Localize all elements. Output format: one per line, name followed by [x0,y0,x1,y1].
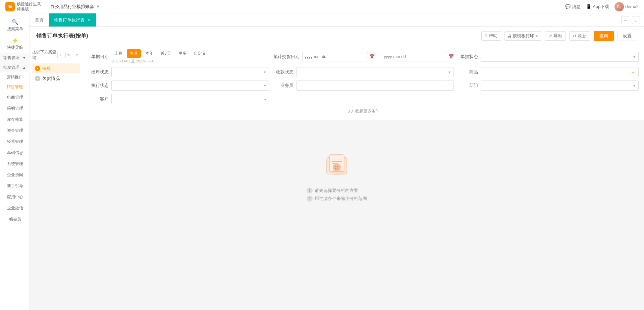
scheme-panel-actions: + ✎ « [57,52,80,58]
sidebar-item-purchase[interactable]: 采购管理 [0,103,29,114]
scheme-item-label: 按单 [42,65,51,71]
scheme-header-label: 按以下方案查询 [32,49,57,61]
sidebar-item-wholesale[interactable]: 批发管理 ▲ [0,63,29,72]
sidebar-item-inventory[interactable]: 库存核算 [0,114,29,125]
scheme-edit-icon[interactable]: ✎ [65,52,72,58]
content-area: 首页 销售订单执行表 × ─ □ 销售订单执行表(按单) ? 帮助 [30,13,644,310]
sidebar-item-enterprise[interactable]: 企业协同 [0,169,29,180]
filter-field-outbound-status: 出库状态 ▼ [89,67,269,77]
svg-point-6 [333,163,341,171]
customer-input[interactable]: ··· [111,94,269,104]
sidebar-item-system[interactable]: 系统管理 [0,158,29,169]
tab-maximize-button[interactable]: □ [632,16,640,24]
print-template-button[interactable]: 🖨 按模板打印 ▼ [504,31,541,41]
calendar-from-icon[interactable]: 📅 [369,54,375,59]
exec-status-select-wrap: ▼ [111,81,269,91]
sidebar-item-wechat[interactable]: 企业微信 [0,203,29,214]
scheme-collapse-icon[interactable]: « [73,52,80,58]
system-label: 系统管理 [7,161,23,167]
top-bar-left: 畅 畅捷通好生意 标准版 办公用品行业模拟账套 ▼ [5,2,100,11]
delivery-date-to[interactable] [382,52,447,61]
collapse-filter-button[interactable]: ∧∧ 收起更多条件 [348,108,379,114]
help-button[interactable]: ? 帮助 [481,31,501,41]
tip-text-2: 用过滤条件来缩小分析范围 [315,196,367,202]
page-actions: ? 帮助 🖨 按模板打印 ▼ ↗ 导出 ↺ 刷新 [481,31,637,41]
message-button[interactable]: 💬 消息 [565,4,581,10]
help-label: 帮助 [489,33,497,39]
filter-row-1: 单据日期 上月 本月 本年 近7天 更多 自定义 20 [89,49,639,64]
date-tab-lastmonth[interactable]: 上月 [111,49,125,58]
message-icon: 💬 [565,4,571,9]
sidebar-item-operations[interactable]: 经营管理 [0,136,29,147]
filter-field-exec-status: 执行状态 ▼ [89,81,269,91]
newbie-label: 新手引导 [7,183,23,189]
query-button[interactable]: 查询 [594,31,614,41]
exec-status-select[interactable] [111,81,269,91]
filter-right: 单据日期 上月 本月 本年 近7天 更多 自定义 20 [83,45,644,120]
date-tab-thisyear[interactable]: 本年 [142,49,156,58]
department-arrow-icon: ▼ [633,84,636,88]
calendar-to-icon[interactable]: 📅 [448,54,454,59]
quicknav-icon: ⚡ [12,37,18,44]
goods-input[interactable]: ··· [481,67,639,77]
goods-dots-icon: ··· [632,69,636,75]
tab-home[interactable]: 首页 [30,13,49,27]
sidebar-item-search[interactable]: 🔍 搜索菜单 [0,16,29,35]
goods-label: 商品 [458,69,478,75]
scheme-item-by-order[interactable]: ● 按单 [32,63,80,73]
expand-icon: ▼ [22,56,26,60]
tab-sales-order[interactable]: 销售订单执行表 × [49,13,96,27]
exec-status-label: 执行状态 [89,83,109,89]
date-tab-thismonth[interactable]: 本月 [127,49,141,58]
export-button[interactable]: ↗ 导出 [545,31,566,41]
sidebar-item-marketing[interactable]: 营销推广 [0,72,29,82]
sidebar-item-basic[interactable]: 基础信息 [0,147,29,158]
filter-collapse-row: ∧∧ 收起更多条件 [89,106,639,116]
main-layout: 🔍 搜索菜单 ⚡ 快捷导航 零售管理 ▼ 批发管理 ▲ 营销推广 销售管理 电商… [0,13,644,310]
payment-status-select[interactable] [296,67,454,77]
sidebar-item-finance[interactable]: 资金管理 [0,125,29,136]
customer-dots-icon: ··· [262,96,266,102]
date-tab-last7days[interactable]: 近7天 [158,49,174,58]
svg-point-7 [335,166,336,167]
breadcrumb-text: 办公用品行业模拟账套 [50,4,94,10]
basic-label: 基础信息 [7,150,23,156]
print-arrow-icon: ▼ [535,34,538,38]
tab-minimize-button[interactable]: ─ [621,16,629,24]
sidebar-item-newbie[interactable]: 新手引导 [0,180,29,192]
refresh-button[interactable]: ↺ 刷新 [569,31,590,41]
filter-field-bill-date: 单据日期 上月 本月 本年 近7天 更多 自定义 20 [89,49,269,64]
inventory-label: 库存核算 [7,117,23,122]
settings-button[interactable]: 设置 [617,31,637,41]
payment-status-select-wrap: ▼ [296,67,454,77]
outbound-status-select[interactable] [111,67,269,77]
bill-status-select[interactable] [481,52,639,62]
sidebar-item-quicknav[interactable]: ⚡ 快捷导航 [0,35,29,53]
date-tab-more[interactable]: 更多 [175,49,190,58]
scheme-add-icon[interactable]: + [57,52,64,58]
tab-close-icon[interactable]: × [87,18,91,22]
breadcrumb-arrow[interactable]: ▼ [96,4,100,9]
sidebar: 🔍 搜索菜单 ⚡ 快捷导航 零售管理 ▼ 批发管理 ▲ 营销推广 销售管理 电商… [0,13,30,310]
sidebar-item-retail[interactable]: 零售管理 ▼ [0,53,29,63]
scheme-item-shortage[interactable]: ● 欠货情况 [32,73,80,84]
operations-label: 经营管理 [7,139,23,145]
app-download-button[interactable]: 📱 App下载 [586,4,609,10]
sidebar-item-sales[interactable]: 销售管理 [0,82,29,92]
user-area[interactable]: Ea demo2 [614,2,639,11]
sidebar-item-apps[interactable]: 应用中心 [0,192,29,203]
tip-text-1: 请先选择要分析的方案 [315,188,358,194]
bill-status-arrow-icon: ▼ [633,55,636,58]
sidebar-item-ecommerce[interactable]: 电商管理 [0,92,29,103]
outbound-arrow-icon: ▼ [263,70,267,74]
delivery-date-from[interactable] [302,52,368,61]
sidebar-item-member[interactable]: 畅会员 [0,214,29,225]
customer-label: 客户 [89,96,109,102]
salesperson-input[interactable]: ··· [296,81,454,91]
department-select[interactable] [481,81,639,91]
date-tab-custom[interactable]: 自定义 [191,49,209,58]
expand-icon: ▲ [22,66,26,69]
export-icon: ↗ [548,34,552,39]
svg-point-8 [337,166,338,167]
empty-tip-2: 2 用过滤条件来缩小分析范围 [307,196,367,202]
